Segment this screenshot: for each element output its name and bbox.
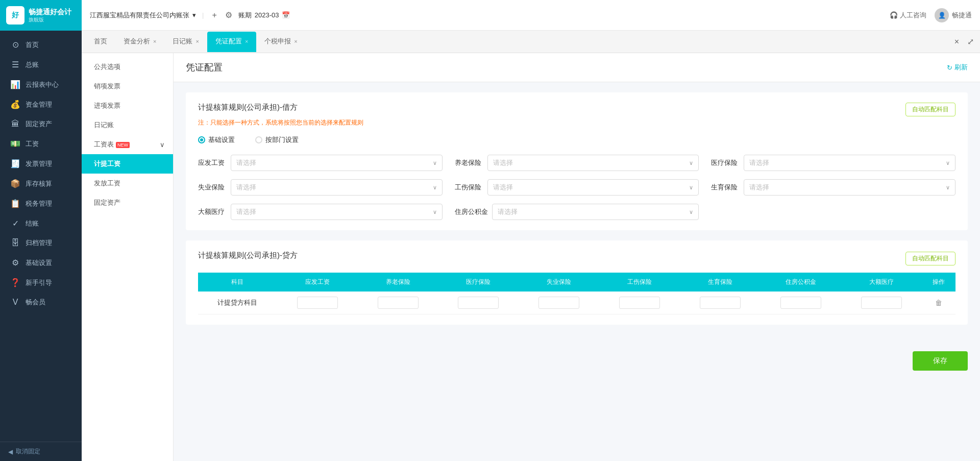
delete-row-button[interactable]: 🗑 xyxy=(935,299,942,307)
select-salary[interactable]: 请选择 ∨ xyxy=(231,155,443,171)
sidebar-item-member[interactable]: V 畅会员 xyxy=(0,293,82,312)
tab-fund-close[interactable]: × xyxy=(153,38,156,44)
select-work-injury[interactable]: 请选择 ∨ xyxy=(487,179,699,196)
tabbar: 首页 资金分析 × 日记账 × 凭证配置 × 个税申报 × × ⤢ xyxy=(82,31,980,53)
tab-voucher[interactable]: 凭证配置 × xyxy=(207,32,256,52)
tab-home-label: 首页 xyxy=(94,37,107,46)
select-medical[interactable]: 请选择 ∨ xyxy=(744,155,955,171)
select-maternity-placeholder: 请选择 xyxy=(749,183,769,192)
input-credit-unemployment[interactable] xyxy=(538,297,579,309)
col-pension: 养老保险 xyxy=(358,273,438,292)
menu-purchase[interactable]: 进项发票 xyxy=(82,96,173,115)
select-housing-fund-placeholder: 请选择 xyxy=(498,207,518,216)
col-maternity: 生育保险 xyxy=(680,273,761,292)
tab-home[interactable]: 首页 xyxy=(86,32,115,52)
input-credit-medical[interactable] xyxy=(458,297,499,309)
input-credit-work-injury[interactable] xyxy=(619,297,660,309)
debit-auto-match-button[interactable]: 自动匹配科目 xyxy=(905,103,955,116)
tab-tax-close[interactable]: × xyxy=(294,38,297,44)
select-large-medical[interactable]: 请选择 ∨ xyxy=(231,204,443,220)
content-header: 凭证配置 ↻ 刷新 xyxy=(174,53,980,82)
headset-icon: 🎧 xyxy=(890,11,898,19)
sidebar-label-archive: 归档管理 xyxy=(26,238,52,248)
tab-voucher-close[interactable]: × xyxy=(245,38,248,44)
input-credit-maternity[interactable] xyxy=(700,297,741,309)
sidebar-label-tax: 税务管理 xyxy=(26,199,52,208)
cell-large-medical xyxy=(841,292,922,314)
menu-salary-table[interactable]: 工资表NEW ∨ xyxy=(82,135,173,154)
sidebar-item-checkout[interactable]: ✓ 结账 xyxy=(0,213,82,233)
credit-auto-match-button[interactable]: 自动匹配科目 xyxy=(905,252,955,265)
sidebar-item-home[interactable]: ⊙ 首页 xyxy=(0,35,82,55)
field-medical: 医疗保险 请选择 ∨ xyxy=(711,155,955,171)
credit-section: 计提核算规则(公司承担)-贷方 自动匹配科目 科目 应发工资 养老保险 医疗保险 xyxy=(186,240,968,325)
sidebar-item-ledger[interactable]: ☰ 总账 xyxy=(0,55,82,75)
select-pension[interactable]: 请选择 ∨ xyxy=(487,155,699,171)
sidebar-item-salary[interactable]: 💵 工资 xyxy=(0,134,82,154)
sidebar-label-ledger: 总账 xyxy=(26,60,39,69)
sidebar-item-settings[interactable]: ⚙ 基础设置 xyxy=(0,253,82,273)
sidebar-item-archive[interactable]: 🗄 归档管理 xyxy=(0,233,82,253)
member-icon: V xyxy=(10,298,20,307)
sidebar-item-tax[interactable]: 📋 税务管理 xyxy=(0,193,82,213)
company-dropdown-icon: ▾ xyxy=(192,11,196,19)
sidebar-label-checkout: 结账 xyxy=(26,219,39,228)
col-action: 操作 xyxy=(922,273,955,292)
sidebar-item-guide[interactable]: ❓ 新手引导 xyxy=(0,273,82,293)
calendar-icon[interactable]: 📅 xyxy=(282,11,290,19)
tab-tax[interactable]: 个税申报 × xyxy=(256,32,305,52)
sidebar-item-assets[interactable]: 🏛 固定资产 xyxy=(0,114,82,134)
field-pension: 养老保险 请选择 ∨ xyxy=(455,155,699,171)
sidebar-item-inventory[interactable]: 📦 库存核算 xyxy=(0,174,82,193)
input-credit-salary[interactable] xyxy=(297,297,338,309)
tab-fund[interactable]: 资金分析 × xyxy=(115,32,164,52)
home-icon: ⊙ xyxy=(10,40,20,50)
label-medical: 医疗保险 xyxy=(711,158,740,167)
sidebar-label-funds: 资金管理 xyxy=(26,100,52,109)
tab-journal-close[interactable]: × xyxy=(195,38,199,44)
assets-icon: 🏛 xyxy=(10,119,20,129)
select-unemployment[interactable]: 请选择 ∨ xyxy=(231,179,443,196)
input-credit-large-medical[interactable] xyxy=(861,297,902,309)
cell-housing-fund xyxy=(761,292,841,314)
service-button[interactable]: 🎧 人工咨询 xyxy=(890,11,926,20)
select-large-medical-placeholder: 请选择 xyxy=(236,207,256,216)
close-tab-button[interactable]: × xyxy=(952,35,961,48)
funds-icon: 💰 xyxy=(10,100,20,109)
chevron-down-icon: ∨ xyxy=(689,209,693,215)
add-company-button[interactable]: + xyxy=(210,11,218,20)
save-button[interactable]: 保存 xyxy=(913,351,968,371)
select-salary-placeholder: 请选择 xyxy=(236,158,256,167)
sidebar-item-reports[interactable]: 📊 云报表中心 xyxy=(0,75,82,94)
sidebar-item-funds[interactable]: 💰 资金管理 xyxy=(0,94,82,114)
user-menu[interactable]: 👤 畅捷通 xyxy=(935,8,972,22)
menu-salary-calc[interactable]: 计提工资 xyxy=(82,154,173,174)
menu-salary-pay[interactable]: 发放工资 xyxy=(82,174,173,193)
tab-journal[interactable]: 日记账 × xyxy=(164,32,207,52)
topbar-divider-1: | xyxy=(202,11,204,19)
invoice-icon: 🧾 xyxy=(10,159,20,168)
col-work-injury: 工伤保险 xyxy=(599,273,680,292)
menu-journal[interactable]: 日记账 xyxy=(82,115,173,135)
sidebar-item-invoice[interactable]: 🧾 发票管理 xyxy=(0,154,82,174)
refresh-button[interactable]: ↻ 刷新 xyxy=(947,63,968,72)
menu-sales[interactable]: 销项发票 xyxy=(82,77,173,96)
chevron-down-icon: ∨ xyxy=(433,160,437,166)
period-label: 账期 xyxy=(238,11,252,20)
credit-table-body: 计提贷方科目 🗑 xyxy=(198,292,955,314)
topbar-settings-icon[interactable]: ⚙ xyxy=(225,10,232,20)
label-maternity: 生育保险 xyxy=(711,183,740,192)
maximize-button[interactable]: ⤢ xyxy=(965,35,976,48)
input-credit-housing-fund[interactable] xyxy=(780,297,821,309)
company-selector[interactable]: 江西服宝精品有限责任公司内账张 ▾ xyxy=(90,11,196,20)
menu-public[interactable]: 公共选项 xyxy=(82,57,173,77)
select-maternity[interactable]: 请选择 ∨ xyxy=(744,179,955,196)
radio-basic[interactable]: 基础设置 xyxy=(198,135,235,144)
select-housing-fund[interactable]: 请选择 ∨ xyxy=(492,204,699,220)
sidebar-label-salary: 工资 xyxy=(26,139,39,149)
input-credit-pension[interactable] xyxy=(378,297,419,309)
cell-medical xyxy=(438,292,519,314)
radio-department[interactable]: 按部门设置 xyxy=(255,135,299,144)
cancel-pin-button[interactable]: ◀ 取消固定 xyxy=(0,442,82,461)
menu-fixed-assets[interactable]: 固定资产 xyxy=(82,193,173,212)
